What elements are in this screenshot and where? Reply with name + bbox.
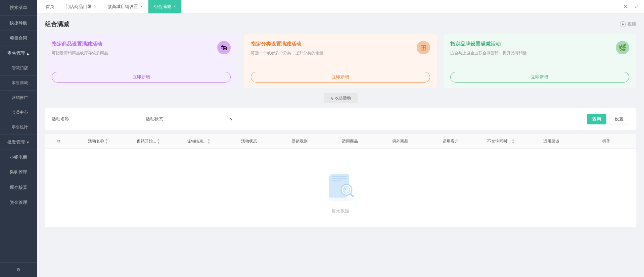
- collapse-label: 收起活动: [335, 95, 351, 101]
- tab-label: 门店商品目录: [65, 4, 92, 10]
- add-brand-discount-button[interactable]: 立即新增: [450, 72, 629, 82]
- empty-text: 暂无数据: [332, 208, 349, 214]
- sidebar-settings[interactable]: ⚙: [0, 262, 37, 277]
- th-no-concurrent[interactable]: 不允许同时... ▲▼: [476, 138, 526, 145]
- th-promo-rule: 促销规则: [274, 138, 325, 144]
- sidebar-item-retail-mall[interactable]: 零售商城: [0, 76, 37, 91]
- data-table: ⚙ 活动名称 ▲▼ 促销开始... ▲▼ 促销结束... ▲▼ 活动状态: [45, 134, 636, 227]
- chevron-down-icon: ∨: [230, 116, 233, 121]
- activity-name-input[interactable]: [72, 115, 139, 123]
- main-content: 首页 门店商品目录 ✕ 微商城店铺设置 ✕ 组合满减 ✕ ✕ ⤢ 组合满减 ▶ …: [37, 0, 644, 277]
- sidebar-item-label: 零售统计: [12, 124, 28, 130]
- empty-illustration: ?: [320, 169, 361, 203]
- add-product-discount-button[interactable]: 立即新增: [52, 72, 231, 82]
- close-icon[interactable]: ✕: [140, 5, 143, 8]
- sidebar: 搜索菜单 快捷导航 项目合同 零售管理 ▲ 智慧门店 零售商城 营销推广 会员中…: [0, 0, 37, 277]
- table-header: ⚙ 活动名称 ▲▼ 促销开始... ▲▼ 促销结束... ▲▼ 活动状态: [45, 134, 636, 149]
- tabbar: 首页 门店商品目录 ✕ 微商城店铺设置 ✕ 组合满减 ✕ ✕ ⤢: [37, 0, 644, 13]
- th-label: 适用渠道: [543, 138, 559, 144]
- tab-store-catalog[interactable]: 门店商品目录 ✕: [60, 0, 102, 13]
- brand-icon: 🌿: [616, 41, 629, 54]
- sidebar-item-project-contract[interactable]: 项目合同: [0, 31, 37, 46]
- th-applicable-goods: 适用商品: [325, 138, 375, 144]
- sidebar-item-purchase[interactable]: 采购管理: [0, 165, 37, 180]
- tab-combo-discount[interactable]: 组合满减 ✕: [148, 0, 182, 13]
- card-title: 指定品牌设置满减活动: [450, 41, 629, 47]
- card-desc: 可选一个或者多个分类，提升分类的销量: [251, 50, 430, 68]
- close-icon[interactable]: ✕: [94, 5, 96, 8]
- activity-status-select[interactable]: ∨: [166, 115, 233, 123]
- tabbar-actions: ✕ ⤢: [621, 3, 641, 11]
- th-gear[interactable]: ⚙: [45, 139, 73, 144]
- gear-icon: ⚙: [16, 267, 20, 272]
- filter-activity-name: 活动名称: [52, 115, 139, 123]
- sidebar-item-finance[interactable]: 资金管理: [0, 195, 37, 210]
- activity-status-label: 活动状态: [146, 116, 163, 122]
- sidebar-item-marketing[interactable]: 营销推广: [0, 91, 37, 105]
- th-activity-status: 活动状态: [224, 138, 274, 144]
- play-icon: ▶: [620, 21, 626, 27]
- sidebar-item-retail-management[interactable]: 零售管理 ▲: [0, 46, 37, 61]
- sidebar-item-label: 资金管理: [10, 200, 27, 206]
- th-promo-end[interactable]: 促销结束... ▲▼: [174, 138, 224, 145]
- card-title: 指定商品设置满减活动: [52, 41, 231, 47]
- filter-actions: 查询 设置: [587, 114, 629, 124]
- tab-label: 首页: [46, 4, 54, 10]
- video-label: 视频: [627, 21, 636, 27]
- th-exception-goods: 例外商品: [375, 138, 425, 144]
- page-title: 组合满减: [45, 20, 69, 28]
- th-label: 促销开始...: [137, 138, 156, 144]
- filter-activity-status: 活动状态 ∨: [146, 115, 233, 123]
- th-activity-name[interactable]: 活动名称 ▲▼: [73, 138, 123, 145]
- svg-rect-4: [332, 178, 347, 179]
- th-label: 活动名称: [88, 138, 104, 144]
- sidebar-item-label: 批发管理: [7, 139, 25, 145]
- sort-icon: ▲▼: [105, 138, 108, 145]
- activity-card-product: 指定商品设置满减活动 🛍 可指定滞销商品或库存较多商品 立即新增: [45, 34, 237, 88]
- category-icon: ⊞: [417, 41, 430, 54]
- activity-cards: 指定商品设置满减活动 🛍 可指定滞销商品或库存较多商品 立即新增 指定分类设置满…: [45, 34, 636, 88]
- page-header: 组合满减 ▶ 视频: [45, 20, 636, 28]
- card-desc: 适合与上游企业联合做营销，提升品牌销量: [450, 50, 629, 68]
- sidebar-item-inventory[interactable]: 库存核算: [0, 180, 37, 195]
- collapse-bar: ∧ 收起活动: [45, 93, 636, 103]
- th-applicable-channel: 适用渠道: [526, 138, 577, 144]
- svg-line-8: [350, 193, 353, 197]
- th-applicable-customer: 适用客户: [425, 138, 476, 144]
- sidebar-item-label: 库存核算: [10, 184, 27, 190]
- sidebar-item-member-center[interactable]: 会员中心: [0, 105, 37, 120]
- sidebar-item-label: 采购管理: [10, 169, 27, 175]
- tab-label: 组合满减: [154, 4, 171, 10]
- chevron-up-icon: ∧: [330, 96, 333, 101]
- sidebar-item-wholesale[interactable]: 批发管理 ▼: [0, 135, 37, 150]
- th-label: 适用客户: [443, 138, 459, 144]
- sidebar-item-label: 零售商城: [12, 80, 28, 86]
- sidebar-item-smart-store[interactable]: 智慧门店: [0, 61, 37, 76]
- close-icon[interactable]: ✕: [173, 5, 176, 8]
- tab-wechat-settings[interactable]: 微商城店铺设置 ✕: [102, 0, 148, 13]
- svg-rect-5: [332, 180, 342, 181]
- settings-button[interactable]: 设置: [609, 114, 629, 124]
- th-label: 活动状态: [241, 138, 257, 144]
- th-label: 促销规则: [291, 138, 308, 144]
- tab-home[interactable]: 首页: [40, 0, 60, 13]
- maximize-window-button[interactable]: ⤢: [633, 3, 641, 11]
- sidebar-search[interactable]: 搜索菜单: [0, 0, 37, 16]
- close-window-button[interactable]: ✕: [621, 3, 629, 11]
- sidebar-item-quick-nav[interactable]: 快捷导航: [0, 16, 37, 31]
- sidebar-item-ecommerce[interactable]: 小畅电商: [0, 150, 37, 165]
- empty-state: ? 暂无数据: [45, 149, 636, 227]
- th-operations: 操作: [577, 138, 636, 144]
- card-desc: 可指定滞销商品或库存较多商品: [52, 50, 231, 68]
- add-category-discount-button[interactable]: 立即新增: [251, 72, 430, 82]
- collapse-activity-button[interactable]: ∧ 收起活动: [324, 93, 358, 103]
- th-promo-start[interactable]: 促销开始... ▲▼: [123, 138, 174, 145]
- sidebar-item-retail-stats[interactable]: 零售统计: [0, 120, 37, 135]
- sidebar-item-label: 智慧门店: [12, 65, 28, 71]
- svg-text:?: ?: [344, 188, 346, 192]
- video-link[interactable]: ▶ 视频: [620, 21, 636, 27]
- gear-icon: ⚙: [57, 139, 61, 144]
- chevron-up-icon: ▲: [26, 52, 30, 55]
- query-button[interactable]: 查询: [587, 114, 606, 124]
- sort-icon: ▲▼: [511, 138, 515, 145]
